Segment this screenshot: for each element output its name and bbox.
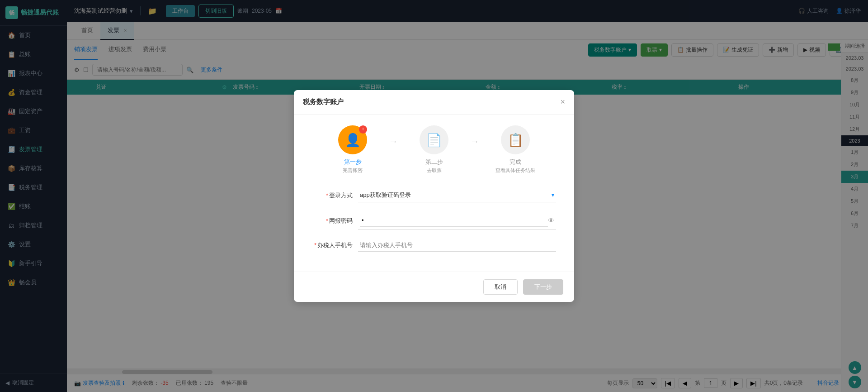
step-2-icon-wrap: 📄 bbox=[420, 125, 448, 154]
password-field-wrapper: 👁 bbox=[358, 211, 556, 230]
step-3-desc: 查看具体任务结果 bbox=[495, 167, 535, 174]
step-1-error-badge: ! bbox=[359, 125, 367, 134]
cancel-button[interactable]: 取消 bbox=[483, 279, 518, 295]
phone-input[interactable] bbox=[358, 239, 556, 252]
login-method-dropdown-icon: ▾ bbox=[552, 192, 554, 198]
step-arrow-1: → bbox=[389, 136, 398, 147]
steps-indicator: 👤 ! 第一步 完善账密 → 📄 第二步 去取票 → bbox=[312, 125, 556, 174]
step-3-icon-wrap: 📋 bbox=[501, 125, 530, 154]
step-2-label: 第二步 bbox=[425, 158, 443, 166]
tax-digital-modal: 税务数字账户 × 👤 ! 第一步 完善账密 → bbox=[294, 90, 574, 302]
password-input[interactable] bbox=[360, 214, 548, 227]
step-3-label: 完成 bbox=[509, 158, 521, 166]
password-row: 网报密码 👁 bbox=[312, 211, 556, 230]
login-method-row: 登录方式 app获取验证码登录 ▾ bbox=[312, 188, 556, 202]
next-step-button[interactable]: 下一步 bbox=[523, 279, 563, 295]
step-1: 👤 ! 第一步 完善账密 bbox=[316, 125, 389, 174]
modal-header: 税务数字账户 × bbox=[294, 90, 574, 115]
step-1-desc: 完善账密 bbox=[343, 167, 363, 174]
modal-body: 👤 ! 第一步 完善账密 → 📄 第二步 去取票 → bbox=[294, 115, 574, 272]
step-3: 📋 完成 查看具体任务结果 bbox=[479, 125, 552, 174]
password-label: 网报密码 bbox=[312, 217, 353, 225]
step-1-icon-wrap: 👤 ! bbox=[338, 125, 367, 154]
modal-overlay[interactable]: 税务数字账户 × 👤 ! 第一步 完善账密 → bbox=[0, 0, 868, 392]
step-1-label: 第一步 bbox=[344, 158, 362, 166]
phone-row: 办税人手机号 bbox=[312, 239, 556, 252]
step-1-icon: 👤 bbox=[345, 133, 361, 148]
modal-title: 税务数字账户 bbox=[303, 98, 344, 106]
step-3-icon: 📋 bbox=[508, 133, 524, 148]
login-method-label: 登录方式 bbox=[312, 191, 353, 200]
modal-form: 登录方式 app获取验证码登录 ▾ 网报密码 👁 办税人手机 bbox=[312, 188, 556, 252]
login-method-value: app获取验证码登录 bbox=[360, 191, 411, 199]
phone-label: 办税人手机号 bbox=[312, 241, 353, 249]
modal-footer: 取消 下一步 bbox=[294, 272, 574, 302]
modal-close-button[interactable]: × bbox=[560, 97, 565, 107]
password-toggle-icon[interactable]: 👁 bbox=[548, 217, 554, 224]
step-2-icon: 📄 bbox=[426, 133, 442, 148]
step-2-desc: 去取票 bbox=[427, 167, 442, 174]
step-arrow-2: → bbox=[470, 136, 479, 147]
step-2: 📄 第二步 去取票 bbox=[398, 125, 470, 174]
login-method-select[interactable]: app获取验证码登录 ▾ bbox=[358, 188, 556, 202]
